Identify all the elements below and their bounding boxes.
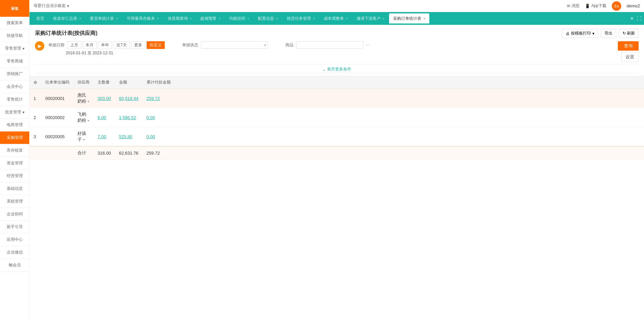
col-code: 往来单位编码: [41, 76, 73, 89]
date-btn-more[interactable]: 更多: [131, 41, 145, 49]
paid-link[interactable]: 0.00: [147, 115, 155, 120]
sidebar-item-guide[interactable]: 新手引导: [0, 221, 30, 233]
tab-close-icon[interactable]: ×: [79, 17, 81, 20]
table-row: 2 00020002 飞鹤奶粉▾ 6.00 1,586.52 0.00: [30, 108, 644, 127]
more-filter-icon[interactable]: ···: [366, 43, 369, 47]
nav-tab-purchase-stats[interactable]: 采购订单统计表×: [389, 13, 429, 23]
row-paid: 0.00: [143, 108, 175, 127]
close-tab-btn[interactable]: ✕: [630, 16, 634, 21]
nav-tab-invite-downstream[interactable]: 邀请下游客户×: [353, 13, 389, 23]
paid-link[interactable]: 0.00: [147, 134, 155, 139]
row-extra: [175, 108, 644, 127]
page-actions: 🖨 按模板打印 ▾ 导出 ↻ 刷新: [562, 29, 639, 38]
sidebar-item-retail-mgmt[interactable]: 零售管理▾: [0, 42, 30, 55]
qty-link[interactable]: 7.00: [98, 134, 106, 139]
amount-link[interactable]: 525.80: [119, 134, 132, 139]
sidebar-item-finance[interactable]: 资金管理: [0, 157, 30, 170]
tab-close-icon[interactable]: ×: [218, 17, 220, 20]
row-amount: 60,519.44: [115, 89, 143, 108]
sidebar-item-search[interactable]: 搜索英单: [0, 17, 30, 30]
sidebar-item-ecommerce[interactable]: 电商管理: [0, 119, 30, 131]
user-avatar[interactable]: Ea: [612, 1, 621, 11]
nav-tab-function-desc[interactable]: 功能说明×: [225, 13, 253, 23]
tab-close-icon[interactable]: ×: [157, 17, 159, 20]
query-btn[interactable]: 查询: [618, 41, 639, 51]
sidebar-item-enterprise[interactable]: 企业协同: [0, 208, 30, 221]
export-btn[interactable]: 导出: [601, 29, 616, 38]
tab-close-icon[interactable]: ×: [276, 17, 278, 20]
goods-input[interactable]: [296, 41, 363, 49]
date-preset-btns: 上月 本月 本年 近7天 更多 自定义: [67, 41, 165, 49]
sidebar-item-wholesale[interactable]: 批发管理▾: [0, 106, 30, 119]
sidebar-item-retail-shop[interactable]: 零售商城: [0, 55, 30, 68]
col-supplier: 供应商: [73, 76, 94, 89]
sidebar-item-member2[interactable]: 畅会员: [0, 259, 30, 272]
nav-tab-expiry[interactable]: 保质期查询×: [164, 13, 196, 23]
footer-qty: 316.00: [94, 146, 115, 160]
toggle-sidebar-btn[interactable]: ▶: [35, 41, 44, 51]
industry-selector[interactable]: 母婴行业演示账套 ▾: [34, 3, 69, 9]
status-select[interactable]: [201, 41, 268, 49]
footer-empty-3: [175, 146, 644, 160]
avatar-text: Ea: [614, 4, 619, 8]
export-label: 导出: [604, 31, 612, 36]
tab-close-icon[interactable]: ×: [247, 17, 249, 20]
sidebar-item-system[interactable]: 系统管理: [0, 195, 30, 208]
page-header: 采购订单统计表(按供应商) 🖨 按模板打印 ▾ 导出 ↻ 刷新: [30, 25, 644, 76]
nav-tab-label: 采购订单统计表: [393, 16, 421, 21]
tab-close-icon[interactable]: ×: [423, 17, 425, 20]
nav-tab-overstock[interactable]: 超储预警×: [196, 13, 224, 23]
date-btn-7days[interactable]: 近7天: [113, 41, 130, 49]
nav-tab-config[interactable]: 配置信息×: [254, 13, 282, 23]
sidebar-item-operations[interactable]: 经营管理: [0, 170, 30, 182]
nav-tab-pick-task[interactable]: 拣货任务管理×: [283, 13, 319, 23]
qty-link[interactable]: 303.00: [98, 96, 111, 101]
nav-tab-available-stock[interactable]: 可用量库存账本×: [123, 13, 163, 23]
print-template-btn[interactable]: 🖨 按模板打印 ▾: [562, 29, 598, 38]
expand-more-btn[interactable]: ⌄ 展开更多条件: [35, 64, 639, 73]
tab-close-icon[interactable]: ×: [383, 17, 385, 20]
paid-link[interactable]: 259.72: [147, 96, 160, 101]
date-btn-this-month[interactable]: 本月: [83, 41, 97, 49]
sidebar-item-wechat[interactable]: 企业微信: [0, 246, 30, 259]
sidebar-item-marketing[interactable]: 营销推广: [0, 68, 30, 81]
nav-tab-label: 首页: [36, 16, 44, 21]
tab-close-icon[interactable]: ×: [313, 17, 315, 20]
sidebar-item-basic-info[interactable]: 基础信息: [0, 182, 30, 195]
settings-btn[interactable]: 设置: [621, 52, 639, 62]
app-download-btn[interactable]: 📱 App下载: [585, 3, 606, 9]
print-icon: 🖨: [566, 31, 570, 36]
sidebar-item-retail-stats[interactable]: 零售统计: [0, 93, 30, 106]
col-amount: 金额: [115, 76, 143, 89]
footer-amount: 62,631.76: [115, 146, 143, 160]
tab-close-icon[interactable]: ×: [346, 17, 348, 20]
nav-tab-order-stats[interactable]: 要货单统计表×: [86, 13, 122, 23]
date-btn-this-year[interactable]: 本年: [98, 41, 112, 49]
amount-link[interactable]: 1,586.52: [119, 115, 136, 120]
maximize-btn[interactable]: ⛶: [637, 16, 641, 21]
amount-link[interactable]: 60,519.44: [119, 96, 139, 101]
app-download-label: App下载: [591, 3, 606, 9]
print-label: 按模板打印: [571, 31, 591, 36]
chevron-down-icon: ⌄: [322, 67, 326, 72]
tab-close-icon[interactable]: ×: [116, 17, 118, 20]
nav-tab-label: 收发存汇总表: [53, 16, 77, 21]
message-btn[interactable]: ✉ 消息: [567, 3, 580, 9]
column-settings-icon[interactable]: ⚙: [34, 80, 37, 85]
refresh-btn[interactable]: ↻ 刷新: [619, 29, 639, 38]
nav-tabs: 首页收发存汇总表×要货单统计表×可用量库存账本×保质期查询×超储预警×功能说明×…: [30, 12, 644, 25]
sidebar-item-quick-nav[interactable]: 快捷导航: [0, 30, 30, 42]
sidebar-item-purchase[interactable]: 采购管理: [0, 131, 30, 144]
nav-tab-cost-adjust[interactable]: 成本调整单×: [320, 13, 352, 23]
nav-tab-label: 超储预警: [200, 16, 216, 21]
nav-tab-home[interactable]: 首页: [32, 13, 48, 23]
nav-tab-recv-send[interactable]: 收发存汇总表×: [49, 13, 85, 23]
date-btn-custom[interactable]: 自定义: [147, 41, 165, 49]
qty-link[interactable]: 6.00: [98, 115, 106, 120]
sidebar-item-member[interactable]: 会员中心: [0, 81, 30, 93]
sidebar-item-inventory[interactable]: 库存核算: [0, 144, 30, 157]
row-qty: 7.00: [94, 127, 115, 147]
date-btn-last-month[interactable]: 上月: [67, 41, 81, 49]
sidebar-item-app-center[interactable]: 应用中心: [0, 233, 30, 246]
tab-close-icon[interactable]: ×: [190, 17, 192, 20]
